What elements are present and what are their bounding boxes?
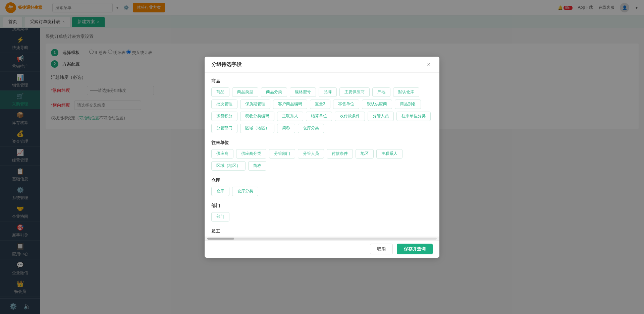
field-tag-tax-code[interactable]: 税收分类编码 bbox=[240, 112, 274, 121]
section-department-tags: 部门 bbox=[211, 212, 433, 222]
section-department: 部门 部门 bbox=[211, 203, 433, 222]
modal-close-button[interactable]: × bbox=[425, 60, 433, 68]
modal-title: 分组待选字段 bbox=[211, 61, 241, 68]
field-tag-supplier-category[interactable]: 供应商分类 bbox=[236, 149, 266, 159]
section-employee-title: 员工 bbox=[211, 228, 433, 234]
field-tag-manager[interactable]: 分管人员 bbox=[368, 112, 394, 121]
field-tag-warehouse-category[interactable]: 仓库分类 bbox=[298, 124, 324, 133]
section-counterpart-tags: 供应商 供应商分类 分管部门 分管人员 付款条件 地区 主联系人 区域（地区） … bbox=[211, 149, 433, 171]
section-product: 商品 商品 商品类型 商品分类 规格型号 品牌 主要供应商 产地 默认仓库 批次… bbox=[211, 78, 433, 133]
section-warehouse-title: 仓库 bbox=[211, 177, 433, 183]
confirm-button[interactable]: 保存并查询 bbox=[397, 244, 433, 254]
section-warehouse-tags: 仓库 仓库分类 bbox=[211, 187, 433, 196]
field-tag-customer-code[interactable]: 客户商品编码 bbox=[273, 100, 307, 109]
modal-overlay: 分组待选字段 × 商品 商品 商品类型 商品分类 规格型号 品牌 主要供应商 产… bbox=[0, 0, 644, 314]
section-warehouse: 仓库 仓库 仓库分类 bbox=[211, 177, 433, 196]
section-product-title: 商品 bbox=[211, 78, 433, 84]
field-tag-default-supplier[interactable]: 默认供应商 bbox=[362, 100, 392, 109]
section-department-title: 部门 bbox=[211, 203, 433, 209]
field-tag-pick-points[interactable]: 拣货积分 bbox=[211, 112, 237, 121]
field-tag-region-product[interactable]: 区域（地区） bbox=[240, 124, 274, 133]
cancel-button[interactable]: 取消 bbox=[370, 244, 393, 254]
field-tag-dept[interactable]: 分管部门 bbox=[211, 124, 237, 133]
modal-body: 商品 商品 商品类型 商品分类 规格型号 品牌 主要供应商 产地 默认仓库 批次… bbox=[205, 73, 439, 237]
section-employee: 员工 业务员 bbox=[211, 228, 433, 237]
field-tag-payment-condition[interactable]: 付款条件 bbox=[327, 149, 353, 159]
field-tag-region-counterpart[interactable]: 区域（地区） bbox=[211, 161, 246, 171]
field-tag-product-alias[interactable]: 商品别名 bbox=[395, 100, 421, 109]
field-tag-short-name-product[interactable]: 简称 bbox=[277, 124, 295, 133]
field-tag-default-warehouse[interactable]: 默认仓库 bbox=[393, 87, 419, 97]
field-tag-main-supplier[interactable]: 主要供应商 bbox=[339, 87, 370, 97]
field-tag-supplier[interactable]: 供应商 bbox=[211, 149, 233, 159]
modal-header: 分组待选字段 × bbox=[205, 57, 439, 73]
modal-footer: 取消 保存并查询 bbox=[205, 240, 439, 258]
field-tag-main-contact[interactable]: 主联系人 bbox=[277, 112, 303, 121]
field-tag-settlement-unit[interactable]: 结算单位 bbox=[306, 112, 332, 121]
section-product-tags: 商品 商品类型 商品分类 规格型号 品牌 主要供应商 产地 默认仓库 批次管理 … bbox=[211, 87, 433, 133]
field-tag-main-contact-counterpart[interactable]: 主联系人 bbox=[376, 149, 402, 159]
modal: 分组待选字段 × 商品 商品 商品类型 商品分类 规格型号 品牌 主要供应商 产… bbox=[205, 57, 439, 258]
field-tag-spec-type[interactable]: 规格型号 bbox=[290, 87, 316, 97]
field-tag-batch[interactable]: 批次管理 bbox=[211, 100, 237, 109]
field-tag-counterpart-category[interactable]: 往来单位分类 bbox=[396, 112, 431, 121]
section-counterpart-title: 往来单位 bbox=[211, 140, 433, 146]
field-tag-department[interactable]: 部门 bbox=[211, 212, 229, 222]
section-counterpart: 往来单位 供应商 供应商分类 分管部门 分管人员 付款条件 地区 主联系人 区域… bbox=[211, 140, 433, 171]
field-tag-product-category[interactable]: 商品分类 bbox=[261, 87, 287, 97]
field-tag-product[interactable]: 商品 bbox=[211, 87, 229, 97]
field-tag-warehouse[interactable]: 仓库 bbox=[211, 187, 229, 196]
field-tag-payment-terms[interactable]: 收付款条件 bbox=[335, 112, 365, 121]
modal-horizontal-scrollbar[interactable] bbox=[205, 237, 439, 240]
field-tag-shelf-life[interactable]: 保质期管理 bbox=[240, 100, 270, 109]
field-tag-product-type[interactable]: 商品类型 bbox=[232, 87, 258, 97]
field-tag-manager-counterpart[interactable]: 分管人员 bbox=[298, 149, 324, 159]
field-tag-dept-counterpart[interactable]: 分管部门 bbox=[269, 149, 295, 159]
field-tag-brand[interactable]: 品牌 bbox=[319, 87, 337, 97]
field-tag-retail-unit[interactable]: 零售单位 bbox=[333, 100, 359, 109]
field-tag-weight3[interactable]: 重量3 bbox=[310, 100, 330, 109]
field-tag-warehouse-cat[interactable]: 仓库分类 bbox=[232, 187, 258, 196]
field-tag-short-name-counterpart[interactable]: 简称 bbox=[248, 161, 266, 171]
field-tag-origin[interactable]: 产地 bbox=[372, 87, 390, 97]
field-tag-area[interactable]: 地区 bbox=[356, 149, 374, 159]
